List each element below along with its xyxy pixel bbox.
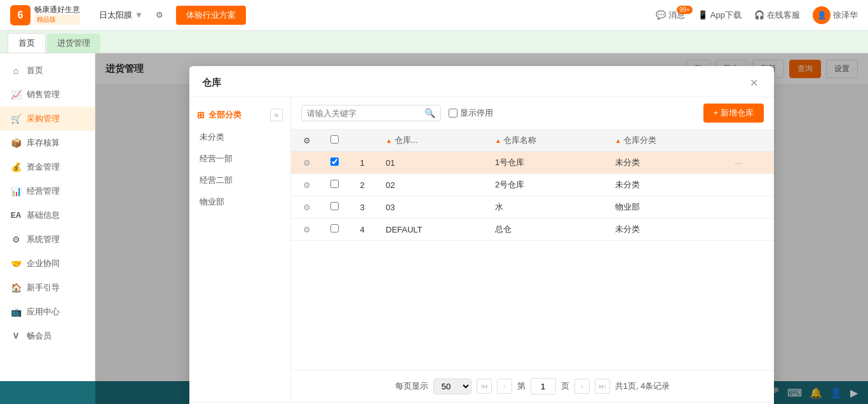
sidebar-label-guide: 新手引导 [27,282,60,293]
total-info: 共1页, 4条记录 [615,380,670,392]
modal-sidebar-header: ⊞ 全部分类 « [189,104,290,126]
col-header-check [323,130,346,152]
sidebar-item-finance[interactable]: 💰 资金管理 [0,155,95,179]
show-disabled-checkbox[interactable] [449,109,458,118]
all-categories-btn[interactable]: ⊞ 全部分类 [197,109,241,121]
finance-icon: 💰 [10,162,22,172]
settings-icon[interactable]: ⚙ [151,6,168,24]
basic-info-icon: EA [10,211,22,220]
row-gear-btn[interactable]: ⚙ [291,219,323,241]
row-category: 物业部 [607,196,728,219]
modal-search-bar: 🔍 显示停用 + 新增仓库 [291,97,774,130]
col-header-code: ▲ 仓库... [378,130,487,152]
row-gear-btn[interactable]: ⚙ [291,152,323,174]
apps-icon: 📺 [10,307,22,317]
table-row[interactable]: ⚙ 3 03 水 物业部 [291,196,774,219]
sidebar-item-apps[interactable]: 📺 应用中心 [0,300,95,324]
table-row[interactable]: ⚙ 4 DEFAULT 总仓 未分类 [291,219,774,241]
last-page-btn[interactable]: ⏭ [595,379,610,394]
sidebar-label-operations: 经营管理 [27,185,60,197]
sort-icon-name: ▲ [495,137,501,144]
modal-body: ⊞ 全部分类 « 未分类 经营一部 经营二部 物业部 [189,97,774,402]
row-num: 3 [346,196,378,219]
store-name: 日太阳膜 [99,10,132,21]
sidebar-label-vip: 畅会员 [27,330,51,342]
purchase-icon: 🛒 [10,114,22,124]
row-category: 未分类 [607,152,728,174]
guide-icon: 🏠 [10,283,22,293]
sidebar-item-inventory[interactable]: 📦 库存核算 [0,131,95,155]
phone-icon: 📱 [698,10,708,20]
select-all-checkbox[interactable] [330,135,339,144]
first-page-btn[interactable]: ⏮ [477,379,492,394]
row-checkbox[interactable] [323,152,346,174]
next-page-btn[interactable]: › [574,379,590,394]
row-code: DEFAULT [378,219,487,241]
home-icon: ⌂ [10,65,22,76]
row-actions[interactable] [728,196,775,219]
warehouse-table: ⚙ ▲ 仓库... ▲ 仓库名称 [291,130,774,370]
row-name: 1号仓库 [487,152,607,174]
sidebar-item-home[interactable]: ⌂ 首页 [0,58,95,83]
row-actions[interactable] [728,174,775,196]
page-label: 页 [561,380,569,392]
row-actions[interactable] [728,219,775,241]
page-number-input[interactable] [531,378,556,394]
table-row[interactable]: ⚙ 1 01 1号仓库 未分类 ··· [291,152,774,174]
row-checkbox[interactable] [323,196,346,219]
row-code: 03 [378,196,487,219]
per-page-select[interactable]: 10 20 50 100 [433,379,471,394]
row-name: 水 [487,196,607,219]
prev-page-btn[interactable]: ‹ [497,379,512,394]
tab-home[interactable]: 首页 [8,33,46,53]
sort-icon-cat: ▲ [615,137,621,144]
vip-icon: V [10,332,22,340]
row-checkbox[interactable] [323,219,346,241]
collapse-sidebar-button[interactable]: « [270,109,283,121]
tab-purchase[interactable]: 进货管理 [47,34,100,53]
sidebar-label-home: 首页 [27,65,43,76]
category-ops2[interactable]: 经营二部 [189,170,290,191]
content-area: 进货管理 印 导出 刷新 查询 设置 仓库 ✕ [95,53,868,404]
app-label: App下载 [710,10,742,21]
sidebar-label-sales: 销售管理 [27,89,60,100]
sidebar-item-operations[interactable]: 📊 经营管理 [0,179,95,203]
row-actions[interactable]: ··· [728,152,775,174]
sidebar-item-guide[interactable]: 🏠 新手引导 [0,276,95,300]
sidebar-item-sales[interactable]: 📈 销售管理 [0,83,95,107]
category-property[interactable]: 物业部 [189,191,290,213]
category-unclassified[interactable]: 未分类 [189,126,290,148]
user-name: 徐泽华 [833,10,858,21]
table-row[interactable]: ⚙ 2 02 2号仓库 未分类 [291,174,774,196]
header-right: 💬 消息 99+ 📱 App下载 🎧 在线客服 👤 徐泽华 [656,6,858,24]
row-gear-btn[interactable]: ⚙ [291,196,323,219]
sidebar-item-system[interactable]: ⚙ 系统管理 [0,227,95,252]
sidebar-item-purchase[interactable]: 🛒 采购管理 [0,107,95,131]
brand-name: 畅康通好生意 [34,5,80,15]
service-item[interactable]: 🎧 在线客服 [754,10,800,21]
headset-icon: 🎧 [754,10,764,20]
modal-content-area: 🔍 显示停用 + 新增仓库 ⚙ [291,97,774,402]
category-ops1[interactable]: 经营一部 [189,148,290,170]
search-input-wrap: 🔍 [301,105,441,121]
app-download-item[interactable]: 📱 App下载 [698,10,742,21]
search-input[interactable] [307,109,424,118]
row-category: 未分类 [607,174,728,196]
add-warehouse-button[interactable]: + 新增仓库 [703,104,764,123]
trial-button[interactable]: 体验行业方案 [176,6,246,25]
sidebar-item-enterprise[interactable]: 🤝 企业协同 [0,252,95,276]
row-checkbox[interactable] [323,174,346,196]
nav-tabs: 首页 进货管理 [0,30,868,53]
page-word: 第 [517,380,526,392]
sidebar: ⌂ 首页 📈 销售管理 🛒 采购管理 📦 库存核算 💰 资金管理 📊 经营管理 … [0,53,95,404]
store-selector[interactable]: 日太阳膜 ▼ [99,10,143,21]
row-gear-btn[interactable]: ⚙ [291,174,323,196]
sidebar-item-vip[interactable]: V 畅会员 [0,324,95,348]
col-header-gear: ⚙ [291,130,323,152]
user-item[interactable]: 👤 徐泽华 [813,6,858,24]
message-item[interactable]: 💬 消息 99+ [656,10,685,21]
modal-close-button[interactable]: ✕ [746,75,761,90]
table-header-row: ⚙ ▲ 仓库... ▲ 仓库名称 [291,130,774,152]
sidebar-item-basic-info[interactable]: EA 基础信息 [0,203,95,227]
show-disabled-label[interactable]: 显示停用 [449,107,493,119]
